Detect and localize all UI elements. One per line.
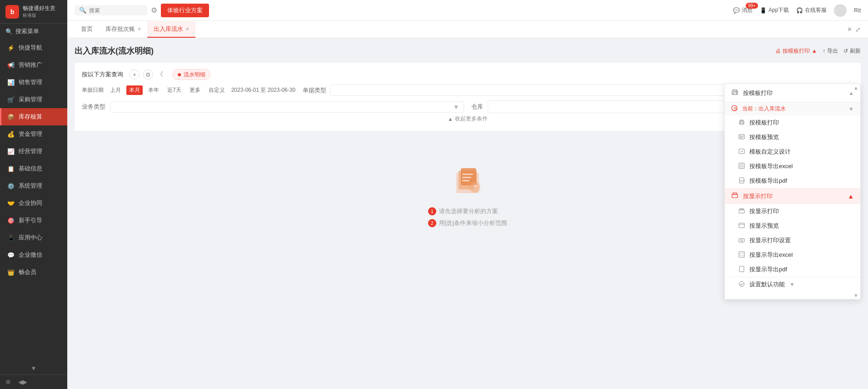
close-window-button[interactable]: × bbox=[848, 25, 852, 34]
sales-icon: 📊 bbox=[7, 78, 15, 86]
page-title-row: 出入库流水(流水明细) 🖨 按模板打印 ▲ ↑ 导出 ↺ 刷新 bbox=[75, 45, 861, 56]
date-opt-7days[interactable]: 近7天 bbox=[165, 85, 184, 95]
filter-tag-liushui[interactable]: ● 流水明细 bbox=[172, 69, 210, 80]
section-toggle-icon[interactable]: ▲ bbox=[848, 193, 854, 200]
dropdown-display-export-pdf[interactable]: 按显示导出pdf bbox=[725, 262, 860, 277]
sidebar-scroll-down[interactable]: ▼ bbox=[0, 362, 67, 374]
display-export-excel-label: 按显示导出excel bbox=[749, 251, 793, 259]
avatar[interactable] bbox=[834, 4, 847, 17]
sidebar-item-operation[interactable]: 📈 经营管理 bbox=[0, 143, 67, 160]
collapse-icon[interactable]: ◀▶ bbox=[18, 379, 27, 385]
tab-stock-flow[interactable]: 出入库流水 × bbox=[147, 21, 195, 38]
date-options: 上月 本月 本年 近7天 更多 自定义 bbox=[107, 85, 228, 95]
export-button[interactable]: ↑ 导出 bbox=[823, 47, 838, 55]
sidebar-item-wechat[interactable]: 💬 企业微信 bbox=[0, 246, 67, 264]
settings-icon[interactable]: ⚙ bbox=[5, 379, 11, 385]
search-input[interactable] bbox=[89, 7, 135, 14]
headset-icon: 🎧 bbox=[796, 7, 803, 14]
trial-button[interactable]: 体验行业方案 bbox=[161, 4, 209, 17]
scroll-down-btn[interactable]: ▼ bbox=[725, 292, 860, 299]
filter-settings-button[interactable]: ⚙ bbox=[143, 70, 153, 80]
dropdown-display-section[interactable]: 按显示打印 ▲ bbox=[725, 188, 860, 204]
display-section-label: 按显示打印 bbox=[743, 192, 843, 200]
filter-collapse-button[interactable]: 《 bbox=[157, 70, 163, 79]
sidebar: b 畅捷通好生意 标准版 🔍 搜索菜单 ⚡ 快捷导航 📢 营销推广 📊 销售管理… bbox=[0, 0, 67, 389]
template-custom-label: 模板自定义设计 bbox=[749, 148, 791, 156]
export-icon: ↑ bbox=[823, 48, 825, 54]
dropdown-template-custom[interactable]: 模板自定义设计 bbox=[725, 145, 860, 159]
printer-icon bbox=[731, 89, 738, 97]
sidebar-item-member[interactable]: 👑 畅会员 bbox=[0, 264, 67, 281]
dropdown-template-export-excel[interactable]: 按模板导出excel bbox=[725, 159, 860, 174]
filter-label: 按以下方案查询 + ⚙ 《 bbox=[82, 70, 163, 80]
sidebar-item-collab[interactable]: 🤝 企业协同 bbox=[0, 194, 67, 212]
gear-icon[interactable]: ⚙ bbox=[151, 6, 157, 15]
basic-icon: 📋 bbox=[7, 165, 15, 173]
chevron-up-icon: ▲ bbox=[812, 48, 817, 54]
sidebar-item-label: 企业微信 bbox=[19, 251, 42, 259]
search-icon: 🔍 bbox=[5, 28, 13, 35]
tab-home[interactable]: 首页 bbox=[75, 21, 99, 38]
filter-tag-label: 流水明细 bbox=[184, 71, 205, 79]
date-range-display: 2023-06-01 至 2023-06-30 bbox=[231, 86, 295, 94]
sidebar-item-finance[interactable]: 💰 资金管理 bbox=[0, 125, 67, 143]
dropdown-template-print[interactable]: 按模板打印 bbox=[725, 115, 860, 130]
refresh-button[interactable]: ↺ 刷新 bbox=[843, 47, 861, 55]
search-menu[interactable]: 🔍 搜索菜单 bbox=[0, 24, 67, 39]
sidebar-item-marketing[interactable]: 📢 营销推广 bbox=[0, 56, 67, 74]
date-opt-more[interactable]: 更多 bbox=[187, 85, 203, 95]
sidebar-nav: ⚡ 快捷导航 📢 营销推广 📊 销售管理 🛒 采购管理 📦 库存核算 💰 资金管… bbox=[0, 39, 67, 362]
inventory-icon: 📦 bbox=[7, 113, 15, 121]
dropdown-set-default[interactable]: 设置默认功能 ▼ bbox=[725, 277, 860, 292]
dropdown-template-export-pdf[interactable]: PDF 按模板导出pdf bbox=[725, 174, 860, 188]
dropdown-display-print-setting[interactable]: 按显示打印设置 bbox=[725, 233, 860, 248]
online-service-button[interactable]: 🎧 在线客服 bbox=[796, 6, 827, 14]
dropdown-template-preview[interactable]: 按模板预览 bbox=[725, 130, 860, 145]
tag-dot-icon: ● bbox=[177, 70, 182, 79]
sidebar-item-guide[interactable]: 🎯 新手引导 bbox=[0, 212, 67, 229]
tab-inventory-batch-label: 库存批次账 bbox=[105, 25, 135, 33]
message-button[interactable]: 💬 消息 99+ bbox=[733, 6, 753, 14]
search-icon: 🔍 bbox=[79, 7, 86, 14]
app-download-button[interactable]: 📱 App下载 bbox=[760, 6, 789, 14]
svg-rect-37 bbox=[739, 252, 744, 257]
dropdown-display-preview[interactable]: 按显示预览 bbox=[725, 219, 860, 233]
date-opt-custom[interactable]: 自定义 bbox=[206, 85, 228, 95]
print-template-button[interactable]: 🖨 按模板打印 ▲ bbox=[775, 47, 817, 55]
topbar-search-box[interactable]: 🔍 bbox=[75, 5, 147, 15]
filter-add-button[interactable]: + bbox=[130, 70, 140, 80]
logo-area: b 畅捷通好生意 标准版 bbox=[0, 0, 67, 24]
maximize-window-button[interactable]: ⤢ bbox=[855, 26, 861, 33]
warehouse-label: 仓库 bbox=[471, 103, 483, 111]
chevron-down-icon: ▼ bbox=[848, 106, 854, 112]
purchase-icon: 🛒 bbox=[7, 95, 15, 104]
collapse-more-label: 收起更多条件 bbox=[455, 115, 488, 123]
dropdown-display-export-excel[interactable]: 按显示导出excel bbox=[725, 248, 860, 262]
biz-type-select[interactable]: ▼ bbox=[110, 101, 464, 113]
sidebar-item-quick-nav[interactable]: ⚡ 快捷导航 bbox=[0, 39, 67, 56]
sidebar-item-system[interactable]: ⚙️ 系统管理 bbox=[0, 177, 67, 194]
filter-label-text: 按以下方案查询 bbox=[82, 70, 123, 79]
sidebar-item-purchase[interactable]: 🛒 采购管理 bbox=[0, 91, 67, 108]
scroll-up-btn[interactable]: ▲ bbox=[852, 84, 860, 91]
username-label: Rit bbox=[854, 7, 861, 14]
svg-point-11 bbox=[736, 92, 737, 93]
sidebar-item-sales[interactable]: 📊 销售管理 bbox=[0, 74, 67, 91]
dropdown-display-print[interactable]: 按显示打印 bbox=[725, 204, 860, 219]
tab-inventory-batch[interactable]: 库存批次账 × bbox=[99, 21, 147, 38]
pdf-icon: PDF bbox=[738, 177, 745, 185]
tab-inventory-batch-close[interactable]: × bbox=[138, 26, 141, 32]
svg-rect-22 bbox=[739, 163, 744, 169]
date-opt-this-month[interactable]: 本月 bbox=[126, 85, 143, 95]
app-name: 畅捷通好生意 bbox=[23, 5, 55, 12]
tab-stock-flow-close[interactable]: × bbox=[186, 26, 189, 32]
export-label: 导出 bbox=[827, 47, 838, 55]
svg-rect-10 bbox=[733, 93, 737, 95]
hint-item-1: 1 请先选择要分析的方案 bbox=[428, 207, 507, 215]
sidebar-item-inventory[interactable]: 📦 库存核算 bbox=[0, 108, 67, 125]
sidebar-item-appcenter[interactable]: 📱 应用中心 bbox=[0, 229, 67, 246]
date-opt-last-month[interactable]: 上月 bbox=[107, 85, 124, 95]
date-opt-this-year[interactable]: 本年 bbox=[145, 85, 162, 95]
sidebar-item-basic[interactable]: 📋 基础信息 bbox=[0, 160, 67, 177]
tab-stock-flow-label: 出入库流水 bbox=[154, 25, 183, 33]
